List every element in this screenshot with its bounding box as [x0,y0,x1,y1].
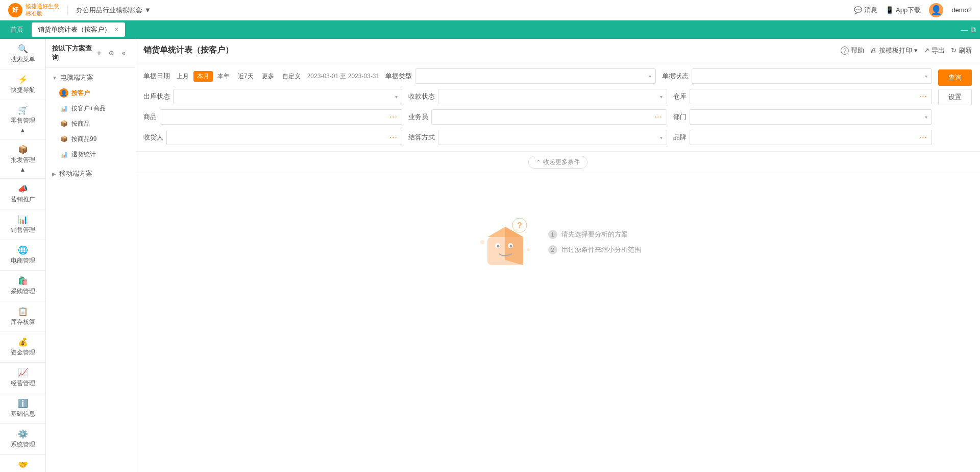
svg-point-10 [527,248,530,251]
sidebar-item-business-label: 经营管理 [11,379,35,388]
sidebar-item-finance-label: 资金管理 [11,348,35,357]
sidebar-item-retail-mgmt[interactable]: 🛒 零售管理 ▲ [0,100,45,139]
tree-section-mobile: ▶ 移动端方案 [46,164,135,183]
query-button[interactable]: 查询 [938,69,972,86]
brand-filter: 品牌 ··· [673,130,932,145]
sidebar-item-system[interactable]: ⚙️ 系统管理 [0,424,45,455]
tree-child-by-customer[interactable]: 👤 按客户 [46,85,135,101]
brand-select[interactable]: ··· [690,130,932,145]
sidebar-item-wholesale-mgmt[interactable]: 📦 批发管理 ▲ [0,139,45,179]
marketing-icon: 📣 [18,184,28,194]
tab-minimize-btn[interactable]: — [961,26,968,34]
warehouse-select[interactable]: ··· [690,89,932,104]
tree-parent-desktop[interactable]: ▼ 电脑端方案 [46,70,135,85]
doc-status-select[interactable]: ▾ [692,68,932,84]
sidebar-item-sales-label: 销售管理 [11,226,35,234]
tab-sales-stats[interactable]: 销货单统计表（按客户） ✕ [32,22,125,37]
doc-status-filter: 单据状态 ▾ [662,68,932,84]
message-button[interactable]: 💬 消息 [854,6,877,15]
main-layout: 🔍 搜索菜单 ⚡ 快捷导航 🛒 零售管理 ▲ 📦 批发管理 ▲ 📣 营销推广 📊… [0,39,980,472]
sidebar-item-quick-nav[interactable]: ⚡ 快捷导航 [0,69,45,100]
date-tab-last7days[interactable]: 近7天 [234,71,257,82]
finance-icon: 💰 [18,337,28,347]
sidebar-item-retail-label: 零售管理 [11,116,35,125]
hint1-number: 1 [548,230,557,239]
help-button[interactable]: ? 帮助 [841,46,864,55]
collapse-icon: « [122,50,126,57]
sidebar-item-ecommerce[interactable]: 🌐 电商管理 [0,240,45,271]
system-dropdown-arrow: ▼ [144,6,151,14]
desktop-tree-arrow: ▼ [52,75,57,81]
tab-home[interactable]: 首页 [4,22,30,37]
user-name[interactable]: demo2 [951,6,972,14]
app-download-button[interactable]: 📱 App下载 [886,6,921,15]
template-print-button[interactable]: 🖨 按模板打印 ▾ [870,46,918,55]
receipt-status-arrow: ▾ [660,94,663,100]
department-select[interactable]: ▾ [690,109,932,125]
tree-child-by-goods-99[interactable]: 📦 按商品99 [46,131,135,147]
date-tab-more[interactable]: 更多 [258,71,278,82]
page-actions: ? 帮助 🖨 按模板打印 ▾ ↗ 导出 ↻ 刷新 [841,46,972,55]
doc-status-label: 单据状态 [662,72,689,81]
date-tab-last-month[interactable]: 上月 [173,71,192,82]
message-icon: 💬 [854,6,862,14]
salesperson-select[interactable]: ··· [431,109,667,125]
sidebar-item-basic-info[interactable]: ℹ️ 基础信息 [0,393,45,424]
date-tab-this-month[interactable]: 本月 [193,71,213,82]
collapse-btn[interactable]: ⌃ 收起更多条件 [528,156,587,169]
goods-select[interactable]: ··· [160,109,402,125]
sidebar-item-marketing[interactable]: 📣 营销推广 [0,179,45,209]
department-filter: 部门 ▾ [673,109,932,125]
settlement-select[interactable]: ▾ [438,130,667,145]
refresh-button[interactable]: ↻ 刷新 [951,46,972,55]
collapse-up-icon: ⌃ [536,159,541,166]
tree-child-by-customer-goods[interactable]: 📊 按客户+商品 [46,101,135,116]
sidebar-item-purchase[interactable]: 🛍️ 采购管理 [0,271,45,301]
doc-type-select[interactable]: ▾ [415,68,655,84]
tree-parent-mobile[interactable]: ▶ 移动端方案 [46,166,135,181]
top-header: 好 畅捷通好生意 标准版 办公用品行业模拟账套 ▼ 💬 消息 📱 App下载 👤… [0,0,980,20]
header-right: 💬 消息 📱 App下载 👤 demo2 [854,3,972,17]
header-divider [67,5,68,15]
mobile-section-label: 移动端方案 [59,169,92,178]
doc-type-label: 单据类型 [385,72,412,81]
inventory-icon: 📋 [18,306,28,316]
sidebar2-settings-btn[interactable]: ⊙ [106,48,116,58]
date-tab-custom[interactable]: 自定义 [279,71,304,82]
user-avatar[interactable]: 👤 [929,3,943,17]
by-customer-icon: 👤 [59,88,68,98]
search-menu-icon: 🔍 [18,44,28,54]
sidebar-item-inventory-label: 库存核算 [11,318,35,326]
salesperson-filter: 业务员 ··· [408,109,667,125]
recipient-select[interactable]: ··· [166,130,402,145]
recipient-label: 收货人 [143,133,163,142]
date-range-display: 2023-03-01 至 2023-03-31 [307,72,379,81]
tab-maximize-btn[interactable]: ⧉ [971,26,976,34]
logo-area: 好 畅捷通好生意 标准版 [8,3,59,17]
by-goods-99-label: 按商品99 [71,135,96,144]
sidebar-item-enterprise-collab[interactable]: 🤝 企业协同 [0,455,45,472]
system-name-dropdown[interactable]: 办公用品行业模拟账套 ▼ [76,6,151,15]
date-tab-this-year[interactable]: 本年 [214,71,233,82]
recipient-filter: 收货人 ··· [143,130,402,145]
sidebar-item-finance[interactable]: 💰 资金管理 [0,332,45,363]
sidebar-item-search-menu[interactable]: 🔍 搜索菜单 [0,39,45,69]
sidebar2-collapse-btn[interactable]: « [118,48,129,58]
sidebar-item-business[interactable]: 📈 经营管理 [0,363,45,393]
brand-label: 品牌 [673,133,687,142]
page-header: 销货单统计表（按客户） ? 帮助 🖨 按模板打印 ▾ ↗ 导出 [135,39,980,62]
out-status-select[interactable]: ▾ [173,89,402,104]
warehouse-dots: ··· [919,92,927,101]
basic-info-icon: ℹ️ [18,398,28,408]
tree-section-desktop: ▼ 电脑端方案 👤 按客户 📊 按客户+商品 📦 按商品 📦 按商品99 📊 [46,68,135,164]
tree-child-by-goods[interactable]: 📦 按商品 [46,116,135,131]
receipt-status-select[interactable]: ▾ [438,89,667,104]
tree-child-return-stats[interactable]: 📊 退货统计 [46,147,135,162]
export-button[interactable]: ↗ 导出 [924,46,945,55]
sidebar2-add-btn[interactable]: + [94,48,104,58]
sidebar-item-inventory[interactable]: 📋 库存核算 [0,301,45,332]
settings-button[interactable]: 设置 [938,89,972,105]
page-container: 销货单统计表（按客户） ? 帮助 🖨 按模板打印 ▾ ↗ 导出 [135,39,980,472]
tab-close-icon[interactable]: ✕ [114,26,119,33]
sidebar-item-sales-mgmt[interactable]: 📊 销售管理 [0,209,45,240]
